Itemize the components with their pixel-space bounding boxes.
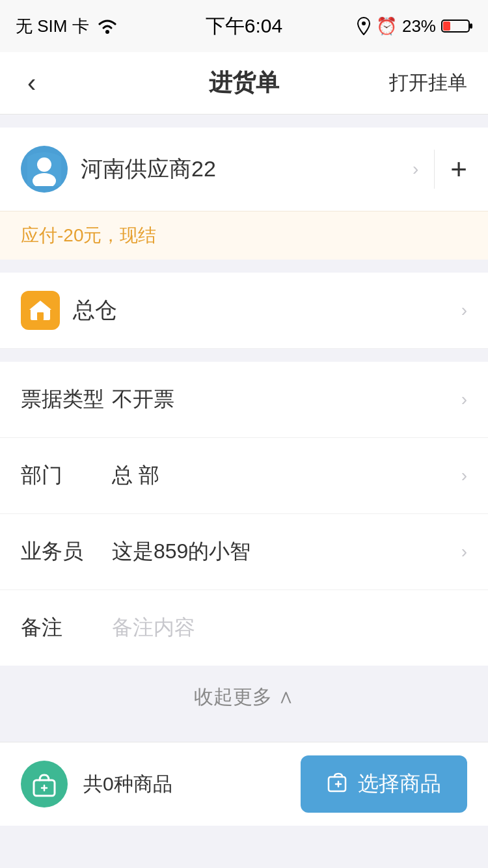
alarm-icon: ⏰ (376, 16, 397, 36)
svg-point-0 (105, 30, 109, 34)
notice-banner: 应付-20元，现结 (0, 211, 488, 260)
svg-rect-3 (470, 23, 472, 29)
warehouse-name: 总仓 (73, 295, 456, 325)
department-value: 总 部 (112, 461, 456, 490)
remark-label: 备注 (21, 614, 112, 642)
section-gap-4 (0, 729, 488, 742)
collapse-toggle[interactable]: 收起更多 ∧ (0, 666, 488, 729)
back-button[interactable]: ‹ (21, 62, 42, 104)
supplier-avatar (21, 146, 68, 193)
remark-row[interactable]: 备注 备注内容 (0, 590, 488, 666)
section-gap-1 (0, 115, 488, 128)
department-row[interactable]: 部门 总 部 › (0, 438, 488, 514)
department-arrow-icon: › (461, 465, 467, 486)
salesperson-label: 业务员 (21, 537, 112, 566)
carrier-label: 无 SIM 卡 (16, 15, 89, 38)
product-count-label: 共0种商品 (83, 771, 285, 798)
svg-point-6 (37, 157, 51, 172)
supplier-name: 河南供应商22 (81, 154, 413, 184)
salesperson-row[interactable]: 业务员 这是859的小智 › (0, 514, 488, 590)
svg-point-1 (362, 21, 366, 25)
main-content: 河南供应商22 › + 应付-20元，现结 总仓 › 票据类型 不开票 › (0, 115, 488, 868)
select-product-button[interactable]: 选择商品 (301, 755, 467, 813)
form-section: 票据类型 不开票 › 部门 总 部 › 业务员 这是859的小智 › 备注 备注… (0, 362, 488, 666)
invoice-label: 票据类型 (21, 385, 112, 414)
battery-icon (441, 18, 472, 34)
select-product-label: 选择商品 (358, 770, 441, 798)
section-gap-3 (0, 349, 488, 362)
remark-input[interactable]: 备注内容 (112, 614, 467, 642)
department-label: 部门 (21, 461, 112, 490)
section-gap-2 (0, 260, 488, 273)
wifi-icon (96, 18, 119, 34)
salesperson-value: 这是859的小智 (112, 537, 456, 566)
divider (434, 150, 435, 189)
product-icon (21, 761, 68, 807)
invoice-type-row[interactable]: 票据类型 不开票 › (0, 362, 488, 438)
supplier-arrow-icon: › (413, 159, 418, 180)
supplier-row[interactable]: 河南供应商22 › + (0, 128, 488, 211)
salesperson-arrow-icon: › (461, 541, 467, 562)
warehouse-row[interactable]: 总仓 › (0, 273, 488, 349)
bottom-bar: 共0种商品 选择商品 (0, 742, 488, 826)
status-bar: 无 SIM 卡 下午6:04 ⏰ 23% (0, 0, 488, 52)
warehouse-arrow-icon: › (461, 300, 467, 321)
invoice-arrow-icon: › (461, 389, 467, 410)
nav-bar: ‹ 进货单 打开挂单 (0, 52, 488, 115)
add-supplier-button[interactable]: + (450, 155, 467, 183)
status-left: 无 SIM 卡 (16, 15, 119, 38)
svg-marker-9 (29, 301, 51, 310)
status-time: 下午6:04 (206, 13, 282, 40)
svg-rect-4 (443, 21, 450, 31)
open-pending-button[interactable]: 打开挂单 (389, 70, 467, 96)
battery-label: 23% (402, 16, 436, 36)
location-icon (357, 17, 371, 35)
page-title: 进货单 (209, 67, 279, 99)
status-right: ⏰ 23% (357, 16, 472, 36)
warehouse-icon (21, 291, 60, 330)
invoice-value: 不开票 (112, 385, 456, 414)
svg-rect-10 (37, 312, 44, 320)
gray-fill (0, 826, 488, 868)
